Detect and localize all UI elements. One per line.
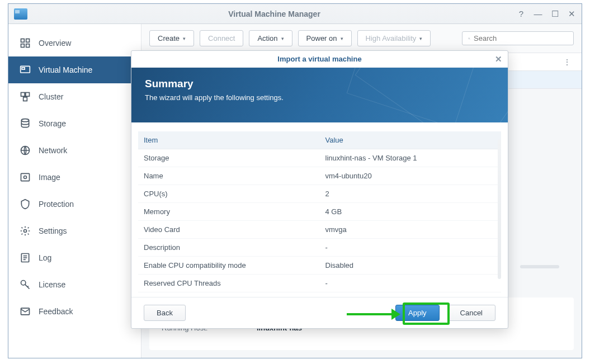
chevron-down-icon: ▾ <box>281 36 284 41</box>
svg-rect-3 <box>26 44 30 48</box>
progress-bar <box>520 265 559 268</box>
sidebar-item-label: Feedback <box>39 307 73 316</box>
close-icon[interactable]: ✕ <box>495 54 502 64</box>
overview-icon <box>20 37 31 49</box>
power-on-button[interactable]: Power on▾ <box>298 30 352 46</box>
sidebar: Overview Virtual Machine Cluster Storage… <box>8 24 141 358</box>
close-window-icon[interactable]: ✕ <box>567 9 576 19</box>
sidebar-item-label: Cluster <box>39 92 63 101</box>
minimize-icon[interactable]: — <box>534 9 542 19</box>
power-on-checkbox-row[interactable]: Power on the virtual machine after creat… <box>138 292 501 297</box>
modal-titlebar: Import a virtual machine ✕ <box>131 51 508 68</box>
summary-value: - <box>320 275 502 292</box>
sidebar-item-protection[interactable]: Protection <box>8 191 141 218</box>
connect-button[interactable]: Connect <box>200 30 243 46</box>
svg-rect-5 <box>22 68 25 69</box>
scrollbar[interactable] <box>498 139 501 279</box>
table-row: Memory4 GB <box>138 203 501 221</box>
summary-value: linuxhint-nas - VM Storage 1 <box>320 149 502 167</box>
table-row: Reserved CPU Threads- <box>138 275 501 292</box>
search-input[interactable] <box>474 34 568 42</box>
sidebar-item-virtual-machine[interactable]: Virtual Machine <box>8 56 141 83</box>
app-icon <box>14 8 27 20</box>
search-box[interactable] <box>462 31 574 45</box>
cancel-button[interactable]: Cancel <box>447 305 495 321</box>
sidebar-item-label: License <box>39 280 65 289</box>
svg-line-21 <box>470 39 470 39</box>
sidebar-item-label: Protection <box>39 200 74 209</box>
table-row: Storagelinuxhint-nas - VM Storage 1 <box>138 149 501 167</box>
sidebar-item-license[interactable]: License <box>8 271 141 298</box>
svg-rect-11 <box>21 173 30 181</box>
modal-title: Import a virtual machine <box>277 55 361 63</box>
svg-point-20 <box>469 37 470 39</box>
help-icon[interactable]: ? <box>517 9 526 19</box>
sidebar-item-label: Storage <box>39 119 66 128</box>
summary-table: Item Value Storagelinuxhint-nas - VM Sto… <box>138 131 501 292</box>
sidebar-item-feedback[interactable]: Feedback <box>8 298 141 325</box>
sidebar-item-storage[interactable]: Storage <box>8 110 141 137</box>
back-button[interactable]: Back <box>144 305 186 321</box>
high-availability-button[interactable]: High Availability▾ <box>357 30 431 46</box>
sidebar-item-overview[interactable]: Overview <box>8 30 141 56</box>
log-icon <box>20 252 31 263</box>
window-title: Virtual Machine Manager <box>32 10 517 18</box>
svg-point-9 <box>21 119 29 122</box>
kebab-icon[interactable]: ⋮ <box>564 58 570 66</box>
summary-value: vm4-ubuntu20 <box>320 167 502 185</box>
sidebar-item-network[interactable]: Network <box>8 137 141 164</box>
maximize-icon[interactable]: ☐ <box>550 9 559 19</box>
sidebar-item-settings[interactable]: Settings <box>8 218 141 244</box>
storage-icon <box>20 118 31 129</box>
summary-item: CPU(s) <box>138 185 320 203</box>
summary-item: Storage <box>138 149 320 167</box>
sidebar-item-label: Overview <box>39 39 71 48</box>
table-row: Namevm4-ubuntu20 <box>138 167 501 185</box>
apply-button[interactable]: Apply <box>395 305 440 321</box>
network-icon <box>20 145 31 156</box>
modal-heading: Summary <box>145 78 494 90</box>
svg-point-12 <box>24 176 27 179</box>
chevron-down-icon: ▾ <box>341 36 343 41</box>
create-button[interactable]: Create▾ <box>149 30 194 46</box>
col-item: Item <box>138 131 320 149</box>
protection-icon <box>20 198 31 210</box>
sidebar-item-label: Network <box>39 146 67 155</box>
sidebar-item-cluster[interactable]: Cluster <box>8 83 141 110</box>
sidebar-item-label: Virtual Machine <box>39 65 92 74</box>
table-row: CPU(s)2 <box>138 185 501 203</box>
svg-point-13 <box>24 230 27 233</box>
summary-value: 2 <box>320 185 502 203</box>
svg-rect-1 <box>26 39 30 42</box>
action-button[interactable]: Action▾ <box>249 30 292 46</box>
svg-rect-8 <box>23 97 27 101</box>
summary-item: Description <box>138 239 320 257</box>
summary-value: Disabled <box>320 257 502 275</box>
search-icon <box>468 35 470 42</box>
sidebar-item-image[interactable]: Image <box>8 164 141 191</box>
sidebar-item-log[interactable]: Log <box>8 244 141 271</box>
titlebar: Virtual Machine Manager ? — ☐ ✕ <box>8 4 582 24</box>
summary-item: Reserved CPU Threads <box>138 275 320 292</box>
chevron-down-icon: ▾ <box>183 36 186 41</box>
summary-value: vmvga <box>320 221 502 239</box>
key-icon <box>20 279 31 290</box>
gear-icon <box>20 225 31 237</box>
sidebar-item-label: Image <box>39 173 60 182</box>
modal-body: Item Value Storagelinuxhint-nas - VM Sto… <box>131 122 508 297</box>
virtual-machine-icon <box>20 64 31 75</box>
table-row: Video Cardvmvga <box>138 221 501 239</box>
summary-value: 4 GB <box>320 203 502 221</box>
col-value: Value <box>320 131 502 149</box>
summary-item: Memory <box>138 203 320 221</box>
modal-subheading: The wizard will apply the following sett… <box>145 93 494 102</box>
table-row: Description- <box>138 239 501 257</box>
import-vm-modal: Import a virtual machine ✕ Summary The w… <box>131 50 508 329</box>
mail-icon <box>20 306 31 317</box>
cluster-icon <box>20 91 31 102</box>
summary-item: Name <box>138 167 320 185</box>
summary-value: - <box>320 239 502 257</box>
chevron-down-icon: ▾ <box>419 36 422 41</box>
modal-footer: Back Apply Cancel <box>131 297 508 328</box>
toolbar: Create▾ Connect Action▾ Power on▾ High A… <box>141 24 582 53</box>
